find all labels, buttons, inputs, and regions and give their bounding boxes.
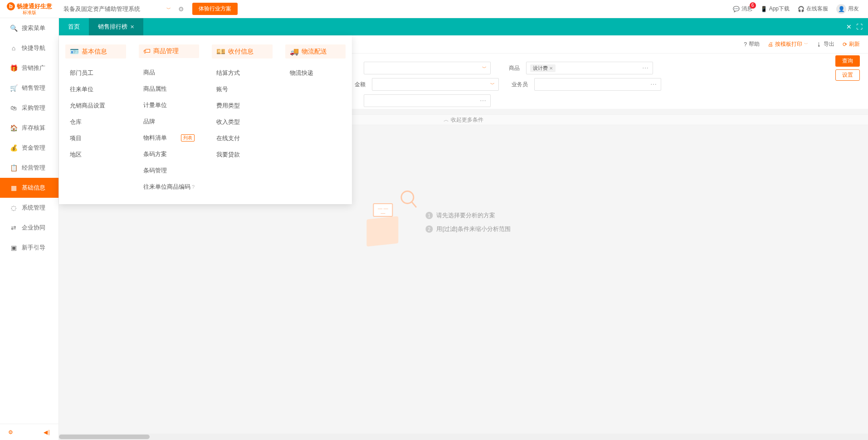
filter-select-3[interactable]: ⋯ bbox=[364, 94, 491, 107]
chevron-down-icon: ﹀ bbox=[166, 6, 171, 12]
mega-item-barcode-mgmt[interactable]: 条码管理 bbox=[137, 162, 201, 179]
mega-item-region[interactable]: 地区 bbox=[63, 147, 128, 163]
gear-icon[interactable]: ⚙ bbox=[178, 5, 184, 13]
filter-salesman-input[interactable]: ⋯ bbox=[534, 78, 661, 91]
mega-item-unit[interactable]: 计量单位 bbox=[137, 97, 201, 113]
mega-item-partner[interactable]: 往来单位 bbox=[63, 81, 128, 98]
logo-edition: 标准版 bbox=[23, 10, 36, 16]
tabs-right: ✕ ⛶ bbox=[846, 23, 868, 30]
filter-salesman-label: 业务员 bbox=[505, 81, 528, 88]
mega-item-bom[interactable]: 物料清单列表 bbox=[137, 130, 201, 146]
chevron-down-icon: ﹀ bbox=[482, 65, 487, 71]
empty-step-2: 2用[过滤]条件来缩小分析范围 bbox=[425, 225, 510, 233]
support-link[interactable]: 🎧 在线客服 bbox=[798, 5, 828, 13]
filter-select-2[interactable]: ﹀ bbox=[372, 78, 499, 91]
card-icon: ▦ bbox=[10, 184, 17, 191]
toolbar-label: 刷新 bbox=[849, 40, 860, 48]
chevron-down-icon: ﹀ bbox=[804, 41, 808, 47]
settings-button[interactable]: 设置 bbox=[835, 69, 860, 81]
help-link[interactable]: ?帮助 bbox=[744, 40, 760, 48]
sidebar-item-guide[interactable]: ▣新手引导 bbox=[0, 238, 59, 258]
sidebar-item-operation[interactable]: 📋经营管理 bbox=[0, 158, 59, 178]
sidebar-item-marketing[interactable]: 🎁营销推广 bbox=[0, 58, 59, 78]
mega-item-warehouse[interactable]: 仓库 bbox=[63, 114, 128, 130]
mega-heading: 🚚物流配送 bbox=[285, 44, 346, 59]
try-plan-button[interactable]: 体验行业方案 bbox=[192, 3, 238, 15]
sidebar-item-system[interactable]: ◌系统管理 bbox=[0, 198, 59, 218]
avatar-icon: 👤 bbox=[836, 4, 846, 14]
system-select[interactable]: 装备及固定资产辅助管理系统 ﹀ ⚙ bbox=[63, 5, 184, 13]
more-icon[interactable]: ⋯ bbox=[642, 64, 649, 72]
more-icon[interactable]: ⋯ bbox=[650, 81, 657, 88]
sidebar-item-collab[interactable]: ⇄企业协同 bbox=[0, 218, 59, 238]
cart-icon: 🛒 bbox=[10, 84, 17, 92]
warehouse-icon: 🏠 bbox=[10, 124, 17, 132]
sidebar-item-search[interactable]: 🔍搜索菜单 bbox=[0, 18, 59, 38]
sidebar-item-sales[interactable]: 🛒销售管理 bbox=[0, 78, 59, 98]
mega-item-settlement[interactable]: 结算方式 bbox=[210, 65, 274, 81]
print-template-link[interactable]: 🖨按模板打印﹀ bbox=[768, 40, 808, 48]
mega-item-goods[interactable]: 商品 bbox=[137, 64, 201, 81]
mega-item-account[interactable]: 账号 bbox=[210, 81, 274, 98]
mega-heading: 🪪基本信息 bbox=[65, 44, 126, 59]
messages-link[interactable]: 💬 消息 6 bbox=[733, 5, 752, 13]
sidebar-item-basic[interactable]: ▦基础信息 bbox=[0, 178, 59, 198]
step-text: 用[过滤]条件来缩小分析范围 bbox=[436, 225, 510, 233]
export-icon: ⭳ bbox=[816, 41, 822, 48]
horizontal-scrollbar[interactable] bbox=[59, 434, 868, 440]
step-number-icon: 2 bbox=[425, 225, 433, 233]
app-download-label: App下载 bbox=[769, 5, 790, 13]
collapse-sidebar-icon[interactable]: ◀∣ bbox=[44, 429, 50, 435]
export-link[interactable]: ⭳导出 bbox=[816, 40, 834, 48]
gift-icon: 🎁 bbox=[10, 64, 17, 72]
filter-select-1[interactable]: ﹀ bbox=[364, 62, 491, 74]
fullscreen-icon[interactable]: ⛶ bbox=[856, 23, 863, 30]
scrollbar-thumb[interactable] bbox=[59, 435, 150, 439]
sidebar-item-funds[interactable]: 💰资金管理 bbox=[0, 138, 59, 158]
mega-item-partner-code[interactable]: 往来单位商品编码? bbox=[137, 179, 201, 195]
tab-sales-rank[interactable]: 销售排行榜 ✕ bbox=[89, 18, 143, 35]
more-icon[interactable]: ⋯ bbox=[480, 97, 487, 104]
home-icon: ⌂ bbox=[10, 44, 17, 52]
mega-item-loan[interactable]: 我要贷款 bbox=[210, 147, 274, 163]
topbar-right: 💬 消息 6 📱 App下载 🎧 在线客服 👤 用友 bbox=[733, 4, 868, 14]
close-icon[interactable]: ✕ bbox=[130, 24, 134, 30]
share-icon: ⇄ bbox=[10, 224, 17, 231]
app-download-link[interactable]: 📱 App下载 bbox=[761, 5, 790, 13]
mega-item-brand[interactable]: 品牌 bbox=[137, 113, 201, 130]
headset-icon: 🎧 bbox=[798, 6, 805, 12]
mega-item-label: 往来单位商品编码 bbox=[143, 183, 190, 191]
mega-heading-label: 物流配送 bbox=[302, 48, 327, 56]
close-all-icon[interactable]: ✕ bbox=[846, 23, 852, 30]
query-button[interactable]: 查询 bbox=[835, 55, 860, 67]
user-menu[interactable]: 👤 用友 bbox=[836, 4, 859, 14]
mega-item-attr[interactable]: 商品属性 bbox=[137, 81, 201, 97]
logo[interactable]: b 畅捷通好生意 标准版 bbox=[0, 0, 59, 18]
sidebar-footer: ⚙ ◀∣ bbox=[0, 424, 59, 440]
filter-product-input[interactable]: 设计费✕ ⋯ bbox=[526, 62, 653, 74]
mega-item-express[interactable]: 物流快递 bbox=[283, 65, 348, 81]
list-badge: 列表 bbox=[181, 134, 195, 142]
sidebar-item-label: 搜索菜单 bbox=[22, 24, 45, 32]
sidebar-item-label: 基础信息 bbox=[22, 184, 45, 192]
chevron-down-icon: ﹀ bbox=[490, 81, 495, 88]
tag-remove-icon[interactable]: ✕ bbox=[549, 66, 553, 71]
mega-item-allow-sale[interactable]: 允销商品设置 bbox=[63, 98, 128, 114]
sidebar-item-inventory[interactable]: 🏠库存核算 bbox=[0, 118, 59, 138]
mega-item-income-type[interactable]: 收入类型 bbox=[210, 114, 274, 130]
tab-label: 销售排行榜 bbox=[98, 23, 127, 31]
settings-icon[interactable]: ⚙ bbox=[8, 429, 13, 435]
tab-home[interactable]: 首页 bbox=[59, 18, 89, 35]
refresh-link[interactable]: ⟳刷新 bbox=[843, 40, 860, 48]
user-name: 用友 bbox=[848, 5, 859, 13]
mega-item-expense-type[interactable]: 费用类型 bbox=[210, 98, 274, 114]
sidebar-item-purchase[interactable]: 🛍采购管理 bbox=[0, 98, 59, 118]
sidebar-item-quicknav[interactable]: ⌂快捷导航 bbox=[0, 38, 59, 58]
mega-item-online-pay[interactable]: 在线支付 bbox=[210, 130, 274, 147]
mega-item-barcode-plan[interactable]: 条码方案 bbox=[137, 146, 201, 162]
book-icon: ▣ bbox=[10, 244, 17, 251]
mega-item-project[interactable]: 项目 bbox=[63, 130, 128, 147]
tabsbar: 首页 销售排行榜 ✕ ✕ ⛶ bbox=[59, 18, 868, 35]
sidebar-item-label: 企业协同 bbox=[22, 224, 45, 232]
mega-item-staff[interactable]: 部门员工 bbox=[63, 65, 128, 81]
